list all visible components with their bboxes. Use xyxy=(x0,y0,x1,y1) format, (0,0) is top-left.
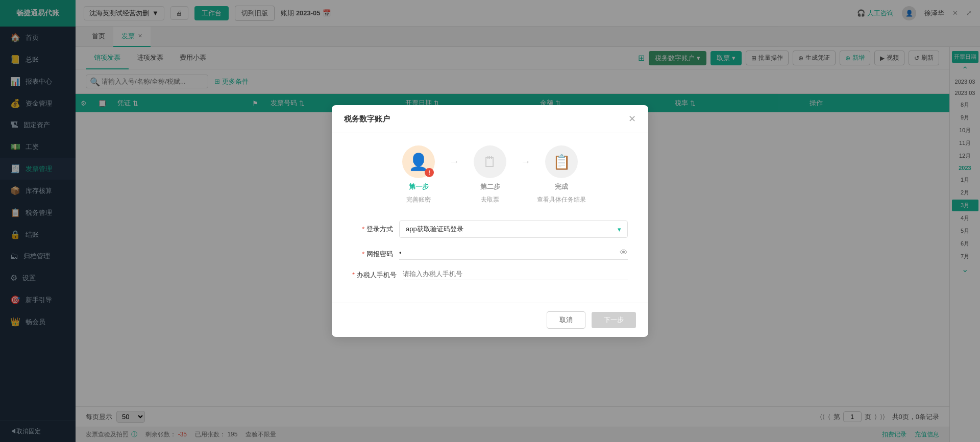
step-3-circle: 📋 xyxy=(545,145,578,178)
step-2-label: 第二步 xyxy=(480,182,500,191)
step-2-icon: 🗒 xyxy=(483,154,497,170)
cancel-btn[interactable]: 取消 xyxy=(547,311,585,329)
phone-label: * 办税人手机号 xyxy=(352,271,397,280)
login-method-label: * 登录方式 xyxy=(352,225,393,234)
next-step-btn[interactable]: 下一步 xyxy=(592,312,636,328)
phone-input-wrap xyxy=(403,270,628,280)
step-3-label: 完成 xyxy=(555,182,568,191)
step-1-badge: ! xyxy=(425,168,434,177)
step-2-circle: 🗒 xyxy=(474,145,506,178)
step-1-desc: 完善账密 xyxy=(406,195,431,204)
step-1: 👤 ! 第一步 完善账密 xyxy=(388,145,449,204)
password-input-wrap: 👁 xyxy=(399,248,628,260)
dialog-footer: 取消 下一步 xyxy=(332,303,648,337)
password-label: * 网报密码 xyxy=(352,250,393,259)
step-1-label: 第一步 xyxy=(409,182,429,191)
toggle-password-icon[interactable]: 👁 xyxy=(620,248,628,257)
step-2-desc: 去取票 xyxy=(481,195,499,204)
step-3-desc: 查看具体任务结果 xyxy=(537,195,586,204)
login-method-row: * 登录方式 app获取验证码登录 ▾ xyxy=(352,220,628,238)
dialog-close-btn[interactable]: ✕ xyxy=(628,113,636,125)
dialog-header: 税务数字账户 ✕ xyxy=(332,105,648,133)
step-2: 🗒 第二步 去取票 xyxy=(459,145,521,204)
step-1-circle: 👤 ! xyxy=(402,145,435,178)
dialog-body: 👤 ! 第一步 完善账密 → 🗒 第二步 去取票 → xyxy=(332,133,648,303)
login-method-select[interactable]: app获取验证码登录 ▾ xyxy=(399,220,628,238)
select-dropdown-icon: ▾ xyxy=(618,226,621,233)
step-arrow-1: → xyxy=(449,156,459,167)
step-3: 📋 完成 查看具体任务结果 xyxy=(531,145,592,204)
password-input[interactable] xyxy=(399,249,618,257)
phone-row: * 办税人手机号 xyxy=(352,270,628,280)
password-row: * 网报密码 👁 xyxy=(352,248,628,260)
step-arrow-2: → xyxy=(521,156,531,167)
modal-overlay: 税务数字账户 ✕ 👤 ! 第一步 完善账密 → xyxy=(0,0,980,442)
steps: 👤 ! 第一步 完善账密 → 🗒 第二步 去取票 → xyxy=(352,145,628,204)
dialog-title: 税务数字账户 xyxy=(344,114,390,124)
tax-digital-dialog: 税务数字账户 ✕ 👤 ! 第一步 完善账密 → xyxy=(332,105,648,337)
phone-input[interactable] xyxy=(403,270,628,278)
step-3-icon: 📋 xyxy=(553,154,571,170)
